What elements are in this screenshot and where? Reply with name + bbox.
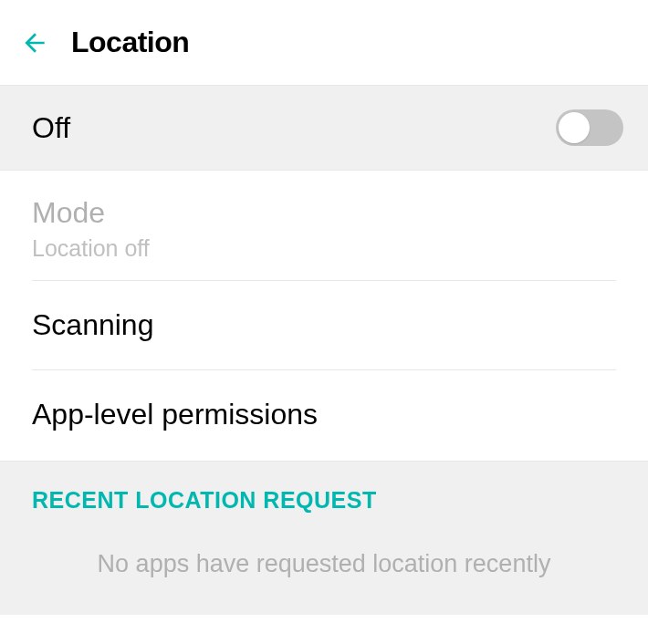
recent-location-empty-state: No apps have requested location recently: [0, 523, 648, 615]
app-permissions-row[interactable]: App-level permissions: [32, 370, 616, 461]
empty-state-text: No apps have requested location recently: [32, 550, 616, 578]
back-arrow-icon: [20, 28, 49, 57]
location-toggle-label: Off: [32, 111, 70, 145]
mode-row: Mode Location off: [32, 171, 616, 281]
section-header-text: RECENT LOCATION REQUEST: [32, 487, 616, 514]
location-toggle-row[interactable]: Off: [0, 85, 648, 171]
page-title: Location: [71, 26, 189, 59]
scanning-label: Scanning: [32, 308, 616, 342]
toggle-knob: [559, 112, 590, 143]
location-toggle-switch[interactable]: [556, 109, 623, 146]
settings-list: Mode Location off Scanning App-level per…: [0, 171, 648, 461]
recent-location-section-header: RECENT LOCATION REQUEST: [0, 461, 648, 523]
mode-subtitle: Location off: [32, 235, 616, 262]
back-button[interactable]: [18, 26, 51, 59]
app-permissions-label: App-level permissions: [32, 398, 616, 431]
scanning-row[interactable]: Scanning: [32, 281, 616, 370]
mode-title: Mode: [32, 196, 616, 230]
header-bar: Location: [0, 0, 648, 85]
